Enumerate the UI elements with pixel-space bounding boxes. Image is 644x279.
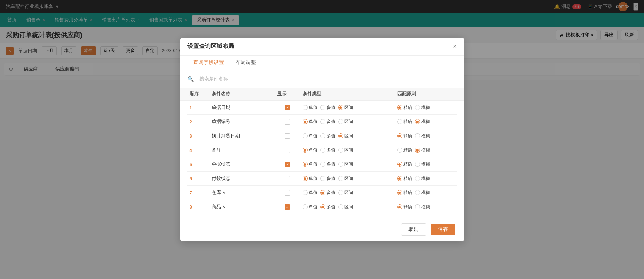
type-radio-item[interactable]: 多值	[320, 133, 335, 139]
radio-circle[interactable]	[303, 162, 308, 167]
radio-circle[interactable]	[415, 105, 420, 110]
radio-circle[interactable]	[320, 133, 325, 138]
search-input[interactable]	[197, 75, 269, 83]
display-checkbox[interactable]	[285, 133, 290, 139]
radio-circle[interactable]	[320, 162, 325, 167]
type-radio-item[interactable]: 单值	[303, 204, 317, 210]
type-radio-item[interactable]: 多值	[320, 119, 335, 125]
match-radio-item[interactable]: 精确	[397, 190, 412, 196]
type-radio-item[interactable]: 区间	[338, 147, 353, 153]
type-radio-item[interactable]: 多值	[320, 204, 335, 210]
radio-circle[interactable]	[303, 176, 308, 181]
type-radio-item[interactable]: 单值	[303, 147, 317, 153]
radio-circle[interactable]	[320, 176, 325, 181]
type-radio-item[interactable]: 区间	[338, 119, 353, 125]
radio-circle[interactable]	[397, 133, 402, 138]
match-radio-item[interactable]: 模糊	[415, 176, 430, 182]
radio-circle[interactable]	[320, 204, 325, 209]
type-radio-item[interactable]: 单值	[303, 119, 317, 125]
radio-circle[interactable]	[415, 204, 420, 209]
match-radio-item[interactable]: 精确	[397, 133, 412, 139]
radio-circle[interactable]	[320, 119, 325, 124]
row-checkbox-cell	[275, 146, 300, 154]
tab-layout-adjust[interactable]: 布局调整	[230, 56, 262, 70]
type-radio-item[interactable]: 多值	[320, 176, 335, 182]
radio-circle[interactable]	[303, 133, 308, 138]
radio-circle[interactable]	[415, 176, 420, 181]
match-radio-item[interactable]: 精确	[397, 119, 412, 125]
match-radio-item[interactable]: 模糊	[415, 204, 430, 210]
display-checkbox[interactable]	[285, 148, 290, 153]
type-radio-item[interactable]: 多值	[320, 147, 335, 153]
display-checkbox[interactable]	[285, 119, 290, 125]
type-radio-item[interactable]: 单值	[303, 133, 317, 139]
radio-circle[interactable]	[303, 204, 308, 209]
match-radio-item[interactable]: 精确	[397, 161, 412, 168]
radio-circle[interactable]	[397, 162, 402, 167]
type-radio-item[interactable]: 区间	[338, 105, 353, 111]
radio-circle[interactable]	[338, 176, 343, 181]
radio-circle[interactable]	[338, 119, 343, 124]
radio-circle[interactable]	[338, 148, 343, 153]
match-radio-item[interactable]: 模糊	[415, 190, 430, 196]
type-radio-item[interactable]: 区间	[338, 176, 353, 182]
match-radio-item[interactable]: 精确	[397, 105, 412, 111]
match-radio-item[interactable]: 模糊	[415, 133, 430, 139]
match-radio-item[interactable]: 精确	[397, 147, 412, 153]
tab-query-fields[interactable]: 查询字段设置	[187, 56, 230, 70]
type-radio-item[interactable]: 区间	[338, 133, 353, 139]
radio-circle[interactable]	[338, 133, 343, 138]
display-checkbox[interactable]	[285, 105, 290, 110]
row-match-cell: 精确模糊	[395, 174, 464, 183]
radio-circle[interactable]	[303, 190, 308, 195]
save-button[interactable]: 保存	[431, 224, 455, 235]
radio-circle[interactable]	[415, 190, 420, 195]
radio-circle[interactable]	[397, 119, 402, 124]
match-radio-item[interactable]: 模糊	[415, 161, 430, 168]
radio-circle[interactable]	[320, 105, 325, 110]
type-radio-item[interactable]: 单值	[303, 190, 317, 196]
radio-circle[interactable]	[397, 190, 402, 195]
radio-circle[interactable]	[303, 148, 308, 153]
row-order: 1	[187, 103, 209, 112]
radio-label: 精确	[403, 204, 412, 210]
type-radio-item[interactable]: 多值	[320, 161, 335, 168]
type-radio-item[interactable]: 单值	[303, 105, 317, 111]
type-radio-item[interactable]: 区间	[338, 190, 353, 196]
match-radio-item[interactable]: 模糊	[415, 119, 430, 125]
type-radio-item[interactable]: 区间	[338, 161, 353, 168]
radio-circle[interactable]	[338, 162, 343, 167]
radio-circle[interactable]	[415, 119, 420, 124]
radio-circle[interactable]	[415, 133, 420, 138]
match-radio-item[interactable]: 精确	[397, 176, 412, 182]
radio-circle[interactable]	[320, 190, 325, 195]
type-radio-item[interactable]: 多值	[320, 190, 335, 196]
radio-circle[interactable]	[397, 204, 402, 209]
row-name: 预计到货日期	[209, 131, 275, 141]
type-radio-item[interactable]: 区间	[338, 204, 353, 210]
match-radio-item[interactable]: 模糊	[415, 147, 430, 153]
display-checkbox[interactable]	[285, 204, 290, 210]
type-radio-item[interactable]: 单值	[303, 176, 317, 182]
radio-circle[interactable]	[397, 148, 402, 153]
match-radio-item[interactable]: 模糊	[415, 105, 430, 111]
radio-circle[interactable]	[397, 105, 402, 110]
radio-circle[interactable]	[303, 105, 308, 110]
radio-circle[interactable]	[338, 105, 343, 110]
radio-circle[interactable]	[320, 148, 325, 153]
type-radio-item[interactable]: 单值	[303, 161, 317, 168]
type-radio-item[interactable]: 多值	[320, 105, 335, 111]
dialog-close-button[interactable]: ×	[453, 43, 457, 50]
display-checkbox[interactable]	[285, 176, 290, 181]
radio-circle[interactable]	[338, 190, 343, 195]
match-radio-item[interactable]: 精确	[397, 204, 412, 210]
radio-circle[interactable]	[415, 162, 420, 167]
radio-circle[interactable]	[397, 176, 402, 181]
radio-circle[interactable]	[338, 204, 343, 209]
radio-circle[interactable]	[303, 119, 308, 124]
cancel-button[interactable]: 取消	[401, 223, 426, 236]
display-checkbox[interactable]	[285, 162, 290, 167]
row-name: 单据状态	[209, 160, 275, 169]
display-checkbox[interactable]	[285, 190, 290, 196]
radio-circle[interactable]	[415, 148, 420, 153]
